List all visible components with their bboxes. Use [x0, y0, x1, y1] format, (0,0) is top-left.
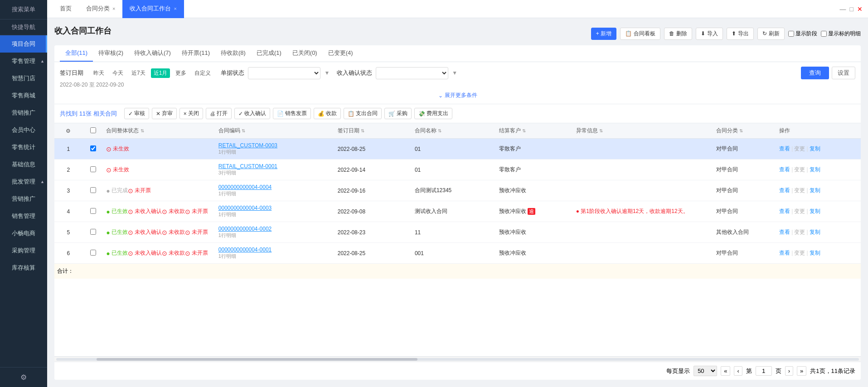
action-abandon-button[interactable]: ✕ 弃审	[152, 108, 177, 119]
sidebar-item-marketing[interactable]: 营销推广	[0, 104, 47, 121]
action-review-button[interactable]: ✓ 审核	[124, 108, 149, 119]
contract-code-link[interactable]: 0000000000004-0003	[218, 205, 272, 211]
action-purchase-button[interactable]: 🛒 采购	[384, 108, 412, 119]
contract-board-button[interactable]: 📋 合同看板	[620, 28, 660, 40]
query-button[interactable]: 查询	[801, 67, 829, 79]
row-checkbox-4[interactable]	[90, 229, 96, 235]
delete-button[interactable]: 🗑 删除	[664, 28, 692, 40]
yesterday-btn[interactable]: 昨天	[91, 68, 107, 78]
status-tab-pending-confirm[interactable]: 待收入确认(7)	[129, 45, 176, 62]
action-close-button[interactable]: × 关闭	[179, 108, 203, 119]
op-变更-btn[interactable]: 变更	[794, 208, 805, 214]
expand-button[interactable]: ⌄ 展开更多条件	[438, 92, 477, 99]
sidebar-item-sales-mgmt[interactable]: 销售管理	[0, 208, 47, 225]
tab-close-contract-category[interactable]: ×	[112, 0, 115, 18]
action-expense-payout-button[interactable]: 💸 费用支出	[414, 108, 452, 119]
sidebar-item-project[interactable]: 项目合同	[0, 35, 47, 53]
action-income-confirm-button[interactable]: ✓ 收入确认	[234, 108, 270, 119]
sidebar-item-retail-stat[interactable]: 零售统计	[0, 139, 47, 156]
th-name[interactable]: 合同名称 ⇅	[412, 123, 496, 139]
last1month-btn[interactable]: 近1月	[151, 68, 170, 78]
th-exception[interactable]: 异常信息 ⇅	[573, 123, 713, 139]
show-fields-checkbox-wrap[interactable]: 显示阶段	[788, 30, 817, 38]
sidebar-nav[interactable]: 快捷导航	[0, 19, 47, 35]
op-查看-btn[interactable]: 查看	[779, 229, 790, 235]
op-查看-btn[interactable]: 查看	[779, 208, 790, 214]
th-date[interactable]: 签订日期 ⇅	[335, 123, 412, 139]
action-payout-contract-button[interactable]: 📋 支出合同	[344, 108, 382, 119]
action-print-button[interactable]: 🖨 打开	[206, 108, 232, 119]
status-tab-pending-review[interactable]: 待审核(2)	[93, 45, 129, 62]
show-marks-checkbox-wrap[interactable]: 显示标的明细	[821, 30, 861, 38]
sidebar-item-retail-mall[interactable]: 零售商城	[0, 87, 47, 104]
tab-income-contract[interactable]: 收入合同工作台×	[122, 0, 184, 18]
status-tab-changed[interactable]: 已变更(4)	[323, 45, 359, 62]
income-confirm-select[interactable]	[376, 67, 448, 79]
more-btn[interactable]: 更多	[173, 68, 189, 78]
op-变更-btn[interactable]: 变更	[794, 187, 805, 194]
contract-code-link[interactable]: 0000000000004-0001	[218, 247, 272, 253]
th-status[interactable]: 合同整体状态 ⇅	[103, 123, 216, 139]
doc-status-select[interactable]	[248, 67, 320, 79]
maximize-btn[interactable]: □	[850, 5, 853, 13]
prev-page-button[interactable]: ‹	[734, 366, 742, 376]
th-category[interactable]: 合同分类 ⇅	[713, 123, 776, 139]
sidebar-item-member[interactable]: 会员中心	[0, 121, 47, 139]
action-collection-button[interactable]: 💰 收款	[314, 108, 341, 119]
op-变更-btn[interactable]: 变更	[794, 166, 805, 173]
sidebar-item-purchase-mgmt[interactable]: 采购管理	[0, 242, 47, 259]
sidebar-item-inventory[interactable]: 库存核算	[0, 259, 47, 276]
contract-code-link[interactable]: 0000000000004-0004	[218, 184, 272, 190]
op-变更-btn[interactable]: 变更	[794, 145, 805, 152]
scroll-thumb[interactable]	[97, 358, 417, 361]
status-tab-all[interactable]: 全部(11)	[60, 45, 93, 62]
row-checkbox-0[interactable]	[90, 145, 96, 151]
tab-home[interactable]: 首页	[53, 0, 79, 18]
close-btn[interactable]: ✕	[857, 5, 863, 13]
tab-contract-category[interactable]: 合同分类×	[79, 0, 122, 18]
settings-button[interactable]: 设置	[832, 67, 855, 79]
contract-code-link[interactable]: RETAIL_CUSTOM-0001	[218, 163, 277, 169]
export-button[interactable]: ⬆ 导出	[727, 28, 754, 40]
today-btn[interactable]: 今天	[110, 68, 126, 78]
row-checkbox-3[interactable]	[90, 208, 96, 214]
op-复制-btn[interactable]: 复制	[810, 145, 820, 152]
op-查看-btn[interactable]: 查看	[779, 187, 790, 194]
status-tab-closed[interactable]: 已关闭(0)	[287, 45, 323, 62]
sidebar-item-smart-store[interactable]: 智慧门店	[0, 70, 47, 87]
contract-code-link[interactable]: 0000000000004-0002	[218, 226, 272, 232]
last7-btn[interactable]: 近7天	[129, 68, 148, 78]
row-checkbox-5[interactable]	[90, 250, 96, 256]
sidebar-item-wholesale-mgmt[interactable]: 批发管理	[0, 173, 47, 190]
row-checkbox-2[interactable]	[90, 187, 96, 193]
op-复制-btn[interactable]: 复制	[810, 208, 820, 214]
next-page-button[interactable]: ›	[785, 366, 793, 376]
horizontal-scrollbar[interactable]	[54, 356, 861, 362]
first-page-button[interactable]: «	[721, 366, 730, 376]
show-marks-checkbox[interactable]	[821, 31, 827, 37]
action-sales-invoice-button[interactable]: 📄 销售发票	[273, 108, 311, 119]
op-复制-btn[interactable]: 复制	[810, 187, 820, 194]
status-tab-completed[interactable]: 已完成(1)	[251, 45, 287, 62]
last-page-button[interactable]: »	[797, 366, 806, 376]
op-变更-btn[interactable]: 变更	[794, 229, 805, 235]
op-查看-btn[interactable]: 查看	[779, 166, 790, 173]
status-tab-pending-payment[interactable]: 待收款(8)	[215, 45, 251, 62]
op-变更-btn[interactable]: 变更	[794, 250, 805, 256]
sidebar-item-base-info[interactable]: 基础信息	[0, 156, 47, 173]
row-checkbox-1[interactable]	[90, 166, 96, 172]
sidebar-item-ecommerce[interactable]: 小畅电商	[0, 225, 47, 242]
th-code[interactable]: 合同编码 ⇅	[216, 123, 335, 139]
sidebar-search[interactable]: 搜索菜单	[0, 0, 47, 19]
new-button[interactable]: + 新增	[591, 28, 616, 40]
sidebar-item-retail-mgmt[interactable]: 零售管理	[0, 53, 47, 70]
sidebar-item-marketing2[interactable]: 营销推广	[0, 190, 47, 208]
per-page-select[interactable]: 102050100	[693, 366, 717, 376]
minimize-btn[interactable]: —	[840, 5, 846, 13]
op-复制-btn[interactable]: 复制	[810, 229, 820, 235]
select-all-checkbox[interactable]	[90, 127, 96, 133]
op-查看-btn[interactable]: 查看	[779, 145, 790, 152]
table-scroll[interactable]: ⚙ 合同整体状态 ⇅ 合同编码 ⇅ 签订日期 ⇅ 合同名称 ⇅ 结算客户 ⇅ 异…	[54, 123, 861, 356]
op-查看-btn[interactable]: 查看	[779, 250, 790, 256]
status-tab-pending-invoice[interactable]: 待开票(11)	[176, 45, 215, 62]
